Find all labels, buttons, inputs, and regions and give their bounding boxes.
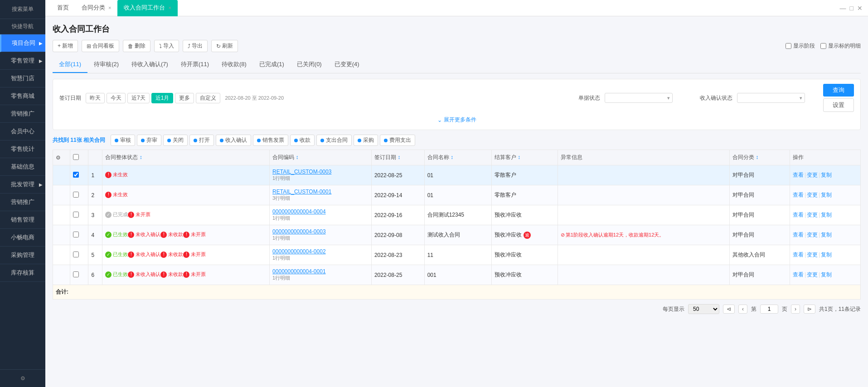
show-detail-label[interactable]: 显示标的明细 — [820, 42, 861, 50]
tab-income-contract[interactable]: 收入合同工作台 × — [117, 0, 177, 16]
op-btn-变更[interactable]: 变更 — [807, 271, 818, 278]
row-checkbox[interactable] — [73, 252, 79, 257]
col-sign-date[interactable]: 签订日期 ↕ — [371, 150, 424, 165]
date-btn-today[interactable]: 今天 — [107, 93, 126, 103]
tab-close-icon[interactable]: × — [167, 5, 171, 10]
income-confirm-select[interactable] — [737, 93, 805, 103]
col-settings[interactable]: ⚙ — [53, 150, 70, 165]
filter-tab-pending-confirm[interactable]: 待收入确认(7) — [125, 57, 175, 73]
op-btn-查看[interactable]: 查看 — [793, 172, 804, 178]
show-detail-checkbox[interactable] — [820, 43, 826, 49]
import-button[interactable]: ⤵ 导入 — [154, 40, 179, 52]
op-btn-变更[interactable]: 变更 — [807, 172, 818, 178]
filter-tab-pending-invoice[interactable]: 待开票(11) — [175, 57, 215, 73]
op-btn-变更[interactable]: 变更 — [807, 192, 818, 198]
row-settings-icon[interactable] — [53, 185, 70, 205]
op-btn-复制[interactable]: 复制 — [821, 172, 832, 178]
col-code[interactable]: 合同编码 ↕ — [270, 150, 372, 165]
op-btn-复制[interactable]: 复制 — [821, 252, 832, 258]
refresh-button[interactable]: ↻ 刷新 — [211, 40, 238, 52]
date-btn-yesterday[interactable]: 昨天 — [86, 93, 105, 103]
sidebar-item-purchase-mgmt[interactable]: 采购管理 — [0, 247, 45, 264]
tab-home[interactable]: 首页 — [51, 0, 75, 16]
window-minimize-icon[interactable]: — — [840, 5, 846, 12]
filter-tab-pending-review[interactable]: 待审核(2) — [87, 57, 125, 73]
date-btn-custom[interactable]: 自定义 — [196, 93, 220, 103]
op-btn-复制[interactable]: 复制 — [821, 212, 832, 218]
window-maximize-icon[interactable]: □ — [850, 5, 853, 12]
query-button[interactable]: 查询 — [823, 84, 854, 97]
sidebar-item-retail-stats[interactable]: 零售统计 — [0, 140, 45, 158]
sidebar-search[interactable]: 搜索菜单 — [0, 0, 45, 19]
contract-code-link[interactable]: 0000000000004-0004 — [272, 208, 325, 215]
sidebar-item-retail-mgmt[interactable]: 零售管理▶ — [0, 52, 45, 70]
show-segment-checkbox[interactable] — [786, 43, 791, 49]
op-btn-复制[interactable]: 复制 — [821, 192, 832, 198]
row-checkbox[interactable] — [73, 172, 79, 178]
export-button[interactable]: ⤴ 导出 — [183, 40, 208, 52]
action-btn-collect[interactable]: 收款 — [290, 135, 315, 146]
op-btn-复制[interactable]: 复制 — [821, 232, 832, 238]
date-btn-last7[interactable]: 近7天 — [127, 93, 150, 103]
row-checkbox[interactable] — [73, 212, 79, 218]
sidebar-item-member[interactable]: 会员中心 — [0, 123, 45, 140]
sidebar-item-retail-mall[interactable]: 零售商城 — [0, 87, 45, 105]
op-btn-变更[interactable]: 变更 — [807, 252, 818, 258]
contract-code-link[interactable]: 0000000000004-0003 — [272, 228, 325, 235]
sidebar-item-basic-info[interactable]: 基础信息 — [0, 158, 45, 176]
action-btn-print[interactable]: 打开 — [189, 135, 214, 146]
op-btn-变更[interactable]: 变更 — [807, 232, 818, 238]
expand-filter-button[interactable]: ⌄ 展开更多条件 — [434, 115, 480, 125]
sidebar-item-wholesale-mgmt[interactable]: 批发管理▶ — [0, 176, 45, 194]
prev-page-button[interactable]: ‹ — [738, 305, 747, 314]
action-btn-review[interactable]: 审核 — [111, 135, 135, 146]
sidebar-item-project[interactable]: 项目合同▶ — [0, 34, 45, 52]
date-btn-last1month[interactable]: 近1月 — [151, 93, 174, 103]
sidebar-item-marketing[interactable]: 营销推广 — [0, 105, 45, 123]
filter-tab-all[interactable]: 全部(11) — [53, 57, 87, 73]
col-category[interactable]: 合同分类 ↕ — [729, 150, 790, 165]
action-btn-expense-contract[interactable]: 支出合同 — [316, 135, 352, 146]
row-settings-icon[interactable] — [53, 165, 70, 185]
row-checkbox[interactable] — [73, 232, 79, 237]
op-btn-查看[interactable]: 查看 — [793, 271, 804, 278]
contract-code-link[interactable]: RETAIL_CUSTOM-0001 — [272, 189, 331, 195]
select-all-checkbox[interactable] — [73, 154, 79, 160]
show-segment-label[interactable]: 显示阶段 — [786, 42, 815, 50]
row-settings-icon[interactable] — [53, 265, 70, 285]
contract-code-link[interactable]: 0000000000004-0001 — [272, 268, 325, 275]
sidebar-item-smart-store[interactable]: 智慧门店 — [0, 70, 45, 87]
tab-close-icon[interactable]: × — [107, 5, 111, 10]
action-btn-expense-out[interactable]: 费用支出 — [380, 135, 415, 146]
action-btn-purchase[interactable]: 采购 — [354, 135, 378, 146]
sidebar-quick-nav[interactable]: 快捷导航 — [0, 19, 45, 34]
op-btn-查看[interactable]: 查看 — [793, 212, 804, 218]
row-settings-icon[interactable] — [53, 245, 70, 265]
window-close-icon[interactable]: ✕ — [857, 5, 863, 12]
op-btn-查看[interactable]: 查看 — [793, 192, 804, 198]
op-btn-变更[interactable]: 变更 — [807, 212, 818, 218]
action-btn-sales-invoice[interactable]: 销售发票 — [253, 135, 288, 146]
sidebar-item-sales-mgmt[interactable]: 销售管理 — [0, 211, 45, 229]
sidebar-item-inventory[interactable]: 库存核算 — [0, 264, 45, 282]
col-status[interactable]: 合同整体状态 ↕ — [102, 150, 270, 165]
action-btn-income-confirm[interactable]: 收入确认 — [216, 135, 251, 146]
op-btn-复制[interactable]: 复制 — [821, 271, 832, 278]
last-page-button[interactable]: ⊳ — [804, 305, 815, 314]
contract-code-link[interactable]: 0000000000004-0002 — [272, 248, 325, 255]
contract-code-link[interactable]: RETAIL_CUSTOM-0003 — [272, 169, 331, 175]
first-page-button[interactable]: ⊲ — [723, 305, 735, 314]
doc-status-select[interactable] — [605, 93, 673, 103]
row-settings-icon[interactable] — [53, 225, 70, 245]
action-btn-abandon[interactable]: 弃审 — [137, 135, 161, 146]
action-btn-close[interactable]: 关闭 — [163, 135, 188, 146]
set-button[interactable]: 设置 — [823, 98, 854, 112]
col-name[interactable]: 合同名称 ↕ — [424, 150, 491, 165]
row-checkbox[interactable] — [73, 192, 79, 198]
page-input[interactable] — [760, 305, 778, 314]
col-customer[interactable]: 结算客户 ↕ — [491, 150, 558, 165]
filter-tab-completed[interactable]: 已完成(1) — [253, 57, 291, 73]
row-checkbox[interactable] — [73, 271, 79, 277]
new-button[interactable]: + 新增 — [53, 40, 78, 52]
tab-contract-category[interactable]: 合同分类 × — [75, 0, 117, 16]
